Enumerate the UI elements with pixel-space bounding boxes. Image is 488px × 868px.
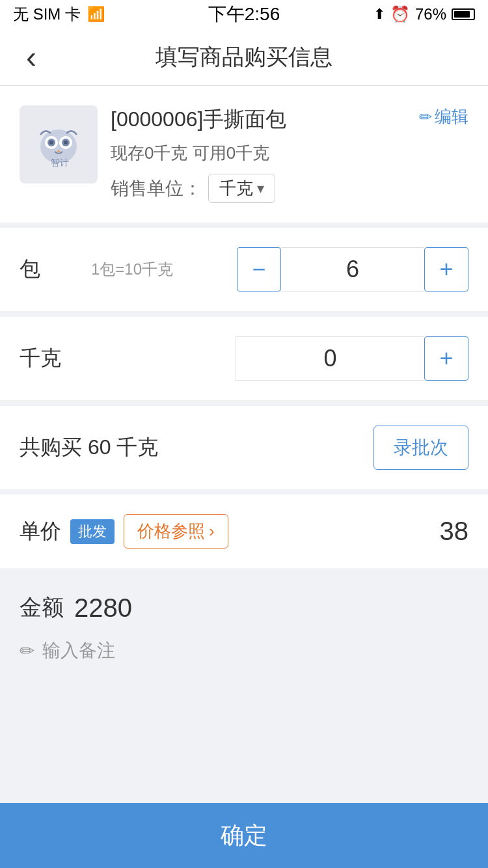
alarm-icon: ⏰ [390, 5, 410, 23]
price-label-row: 单价 批发 价格参照 › [20, 514, 228, 549]
pencil-icon: ✏ [20, 640, 34, 662]
product-name: [0000006]手撕面包 [111, 105, 286, 134]
price-ref-arrow-icon: › [209, 521, 215, 541]
unit-label: 销售单位： [111, 176, 202, 201]
amount-label: 金额 [20, 593, 64, 623]
product-image: 智计 [20, 105, 98, 183]
edit-icon: ✏ [419, 108, 432, 126]
price-ref-button[interactable]: 价格参照 › [124, 514, 228, 549]
owl-logo: 智计 [33, 122, 85, 167]
bao-sublabel: 1包=10千克 [91, 259, 173, 280]
edit-label: 编辑 [435, 105, 468, 128]
price-value: 38 [440, 517, 469, 546]
edit-button[interactable]: ✏ 编辑 [419, 105, 468, 128]
price-ref-label: 价格参照 [137, 520, 205, 543]
svg-text:智计: 智计 [51, 158, 69, 167]
battery-percent: 76% [415, 5, 446, 23]
confirm-bar[interactable]: 确定 [0, 803, 488, 868]
kg-plus-button[interactable]: + [424, 336, 468, 381]
kg-label: 千克 [20, 344, 85, 373]
product-info: [0000006]手撕面包 ✏ 编辑 现存0千克 可用0千克 销售单位： 千克 … [111, 105, 468, 203]
unit-value: 千克 [219, 177, 253, 200]
product-card: 智计 [0000006]手撕面包 ✏ 编辑 现存0千克 可用0千克 销售单位： … [0, 86, 488, 228]
amount-section: 金额 2280 ✏ 输入备注 [0, 573, 488, 742]
status-time: 下午2:56 [208, 2, 280, 27]
dropdown-arrow-icon: ▾ [257, 180, 264, 197]
svg-point-6 [64, 141, 68, 144]
product-unit-row: 销售单位： 千克 ▾ [111, 174, 468, 203]
total-text: 共购买 60 千克 [20, 433, 158, 462]
note-row[interactable]: ✏ 输入备注 [20, 638, 468, 663]
carrier-text: 无 SIM 卡 [13, 4, 81, 25]
kg-quantity-input[interactable] [236, 336, 424, 381]
bao-controls: − + [237, 247, 468, 292]
status-left: 无 SIM 卡 📶 [13, 4, 105, 25]
kg-section: 千克 + [0, 317, 488, 401]
amount-value: 2280 [74, 593, 132, 623]
bao-quantity-input[interactable] [281, 247, 424, 292]
amount-row: 金额 2280 [20, 593, 468, 623]
confirm-button-label: 确定 [221, 820, 267, 852]
status-right: ⬆ ⏰ 76% [373, 5, 475, 23]
battery-icon [452, 8, 475, 20]
kg-row: 千克 + [0, 317, 488, 401]
svg-point-5 [49, 141, 53, 144]
back-button[interactable]: ‹ [20, 33, 43, 81]
wifi-icon: 📶 [87, 6, 105, 23]
batch-button[interactable]: 录批次 [373, 426, 468, 470]
bao-label: 包 [20, 255, 85, 284]
status-bar: 无 SIM 卡 📶 下午2:56 ⬆ ⏰ 76% [0, 0, 488, 29]
price-section: 单价 批发 价格参照 › 38 [0, 495, 488, 573]
page-title: 填写商品购买信息 [156, 42, 332, 72]
batch-tag: 批发 [70, 519, 115, 544]
bao-section: 包 1包=10千克 − + [0, 228, 488, 312]
unit-select[interactable]: 千克 ▾ [208, 174, 275, 203]
note-placeholder: 输入备注 [42, 638, 115, 663]
product-stock: 现存0千克 可用0千克 [111, 142, 468, 165]
kg-controls: + [236, 336, 468, 381]
nav-bar: ‹ 填写商品购买信息 [0, 29, 488, 86]
location-icon: ⬆ [373, 6, 385, 23]
bao-row: 包 1包=10千克 − + [0, 228, 488, 312]
price-label: 单价 [20, 517, 61, 546]
product-header-row: [0000006]手撕面包 ✏ 编辑 [111, 105, 468, 142]
total-row: 共购买 60 千克 录批次 [0, 406, 488, 495]
content-area: 智计 [0000006]手撕面包 ✏ 编辑 现存0千克 可用0千克 销售单位： … [0, 86, 488, 821]
bao-minus-button[interactable]: − [237, 247, 281, 292]
bao-plus-button[interactable]: + [424, 247, 468, 292]
